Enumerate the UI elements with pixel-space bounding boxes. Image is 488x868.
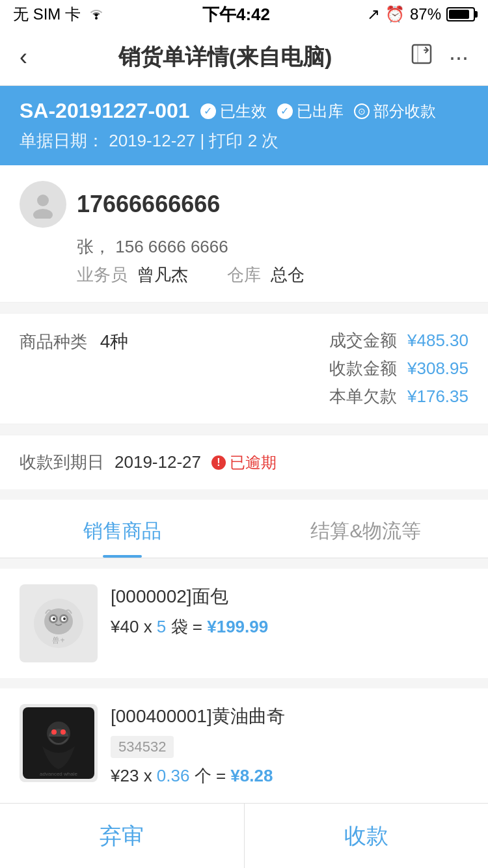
check-icon-2: ✓ — [277, 103, 293, 119]
overdue-label: 收款到期日 — [20, 451, 104, 474]
carrier-text: 无 SIM 卡 — [13, 4, 81, 25]
svg-point-3 — [33, 209, 53, 219]
product-info-2: [000400001]黄油曲奇 534532 ¥23 x 0.36 个 = ¥8… — [111, 704, 468, 787]
tab-settlement[interactable]: 结算&物流等 — [244, 500, 488, 558]
customer-name-phone: 张， 156 6666 6666 — [20, 236, 468, 258]
customer-section: 17666666666 张， 156 6666 6666 业务员 曾凡杰 仓库 … — [0, 165, 488, 303]
order-date: 单据日期： 2019-12-27 | 打印 2 次 — [20, 129, 468, 152]
more-icon[interactable]: ··· — [449, 44, 468, 71]
location-icon: ↗ — [367, 5, 380, 23]
status-left: 无 SIM 卡 — [13, 4, 105, 25]
nav-actions: ··· — [410, 42, 468, 72]
tab-sales-products[interactable]: 销售商品 — [0, 500, 244, 558]
product-price-2: ¥23 x 0.36 个 = ¥8.28 — [111, 765, 468, 787]
export-icon[interactable] — [410, 42, 433, 72]
sales-rep-info: 业务员 曾凡杰 — [77, 264, 188, 286]
customer-account-id: 17666666666 — [77, 191, 220, 218]
svg-point-5 — [44, 608, 73, 634]
product-info-1: [0000002]面包 ¥40 x 5 袋 = ¥199.99 — [111, 584, 468, 638]
list-item: advanced whale [000400001]黄油曲奇 534532 ¥2… — [0, 688, 488, 803]
svg-point-16 — [51, 729, 57, 735]
overdue-warning-icon: ! — [211, 455, 226, 470]
nav-bar: ‹ 销货单详情(来自电脑) ··· — [0, 29, 488, 86]
status-active: ✓ 已生效 — [200, 101, 267, 122]
status-time: 下午4:42 — [202, 3, 270, 26]
overdue-date: 2019-12-27 — [115, 452, 201, 472]
overdue-section: 收款到期日 2019-12-27 ! 已逾期 — [0, 435, 488, 489]
status-right: ↗ ⏰ 87% — [367, 5, 475, 23]
amounts: 成交金额 ¥485.30 收款金额 ¥308.95 本单欠款 ¥176.35 — [329, 329, 468, 408]
svg-point-0 — [95, 17, 98, 20]
clock-icon: ⊙ — [354, 103, 370, 119]
received-amount-row: 收款金额 ¥308.95 — [329, 357, 468, 380]
product-name-2: [000400001]黄油曲奇 — [111, 704, 468, 729]
svg-text:advanced whale: advanced whale — [40, 771, 77, 777]
product-types: 商品种类 4种 — [20, 329, 128, 354]
deal-amount-row: 成交金额 ¥485.30 — [329, 329, 468, 352]
cancel-button[interactable]: 弃审 — [0, 804, 245, 868]
wifi-icon — [87, 5, 105, 23]
battery-icon — [446, 7, 475, 21]
alarm-icon: ⏰ — [385, 5, 405, 23]
avatar — [20, 181, 66, 228]
product-batch-2: 534532 — [111, 735, 468, 765]
status-shipped: ✓ 已出库 — [277, 101, 344, 122]
tabs-section: 销售商品 结算&物流等 — [0, 500, 488, 558]
list-item: 兽+ [0000002]面包 ¥40 x 5 袋 = ¥199.99 — [0, 569, 488, 678]
order-header: SA-20191227-001 ✓ 已生效 ✓ 已出库 ⊙ 部分收款 单据日期：… — [0, 86, 488, 165]
warehouse-info: 仓库 总仓 — [227, 264, 305, 286]
svg-rect-1 — [413, 45, 431, 63]
status-partial: ⊙ 部分收款 — [354, 101, 436, 122]
svg-text:兽+: 兽+ — [52, 636, 64, 645]
battery-percent: 87% — [410, 5, 441, 23]
confirm-button[interactable]: 收款 — [245, 804, 489, 868]
types-value: 4种 — [100, 331, 129, 351]
product-thumb-1: 兽+ — [20, 584, 98, 662]
svg-point-10 — [53, 617, 55, 620]
bottom-bar: 弃审 收款 — [0, 803, 488, 868]
svg-point-2 — [37, 195, 49, 206]
types-label: 商品种类 — [20, 332, 87, 351]
customer-meta: 业务员 曾凡杰 仓库 总仓 — [20, 264, 468, 286]
summary-section: 商品种类 4种 成交金额 ¥485.30 收款金额 ¥308.95 本单欠款 ¥… — [0, 313, 488, 424]
status-bar: 无 SIM 卡 下午4:42 ↗ ⏰ 87% — [0, 0, 488, 29]
tabs-row: 销售商品 结算&物流等 — [0, 500, 488, 558]
check-icon-1: ✓ — [200, 103, 216, 119]
svg-point-17 — [61, 729, 66, 735]
product-name-1: [0000002]面包 — [111, 584, 468, 609]
back-button[interactable]: ‹ — [20, 44, 40, 71]
overdue-badge: ! 已逾期 — [211, 452, 277, 473]
svg-point-11 — [63, 617, 66, 620]
product-thumb-2: advanced whale — [20, 704, 98, 782]
product-price-1: ¥40 x 5 袋 = ¥199.99 — [111, 616, 468, 638]
overdue-text: 已逾期 — [230, 452, 277, 473]
order-id: SA-20191227-001 — [20, 99, 190, 123]
owed-amount-row: 本单欠款 ¥176.35 — [329, 385, 468, 408]
page-title: 销货单详情(来自电脑) — [40, 42, 410, 72]
